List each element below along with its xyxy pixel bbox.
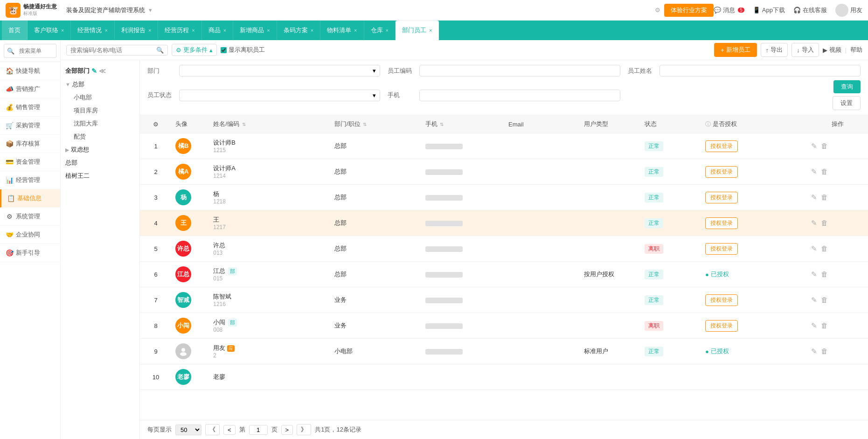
- search-icon[interactable]: 🔍: [156, 47, 164, 54]
- search-input[interactable]: [70, 47, 154, 54]
- auth-btn-8[interactable]: 授权登录: [705, 320, 738, 332]
- edit-icon-7[interactable]: ✎: [811, 296, 817, 304]
- per-page-select[interactable]: 50 20 100: [175, 425, 201, 435]
- dept-subitem-shenyang[interactable]: 沈阳大库: [61, 117, 139, 130]
- app-download-btn[interactable]: 📱 App下载: [753, 6, 785, 14]
- search-btn[interactable]: 查询: [833, 80, 861, 93]
- dept-group-shuanglusiang[interactable]: ▶ 双虑想: [61, 143, 139, 156]
- sidebar-item-guide[interactable]: 🎯 新手引导: [0, 244, 60, 262]
- tab-new-goods-close[interactable]: ×: [267, 28, 270, 33]
- col-name[interactable]: 姓名/编码 ⇅: [209, 115, 331, 133]
- show-resigned-input[interactable]: [221, 47, 227, 53]
- sidebar-search-input[interactable]: [16, 46, 54, 56]
- edit-icon-2[interactable]: ✎: [811, 167, 817, 176]
- dept-collapse-icon[interactable]: ≪: [99, 67, 106, 75]
- sidebar-item-finance[interactable]: 💳 资金管理: [0, 153, 60, 171]
- tab-customer[interactable]: 客户联络×: [28, 21, 71, 40]
- edit-icon-1[interactable]: ✎: [811, 142, 817, 150]
- first-page-btn[interactable]: 《: [205, 424, 220, 435]
- tab-dept-staff-close[interactable]: ×: [429, 28, 432, 33]
- delete-icon-5[interactable]: 🗑: [821, 244, 828, 253]
- edit-icon-3[interactable]: ✎: [811, 193, 817, 202]
- tab-history[interactable]: 经营历程×: [158, 21, 201, 40]
- tab-management[interactable]: 经营情况×: [71, 21, 114, 40]
- dept-subitem-electronics[interactable]: 小电部: [61, 91, 139, 104]
- sidebar-item-purchase[interactable]: 🛒 采购管理: [0, 117, 60, 135]
- delete-icon-8[interactable]: 🗑: [821, 321, 828, 330]
- export-btn[interactable]: ↑ 导出: [761, 43, 788, 57]
- dept-group-hq2[interactable]: 总部: [61, 156, 139, 169]
- add-employee-btn[interactable]: + 新增员工: [714, 43, 757, 57]
- sidebar-item-base[interactable]: 📋 基础信息: [0, 189, 60, 208]
- delete-icon-4[interactable]: 🗑: [821, 219, 828, 227]
- show-resigned-checkbox[interactable]: 显示离职员工: [221, 46, 265, 54]
- delete-icon-1[interactable]: 🗑: [821, 142, 828, 150]
- tab-profit-close[interactable]: ×: [148, 28, 151, 33]
- sidebar-item-shortcut[interactable]: 🏠 快捷导航: [0, 62, 60, 80]
- delete-icon-7[interactable]: 🗑: [821, 296, 828, 304]
- col-dept[interactable]: 部门/职位 ⇅: [331, 115, 422, 133]
- auth-btn-3[interactable]: 授权登录: [705, 192, 738, 203]
- tab-bom-close[interactable]: ×: [354, 28, 357, 33]
- dept-group-headquarters[interactable]: ▼ 总部: [61, 78, 139, 91]
- settings-icon[interactable]: ⚙: [655, 7, 660, 14]
- tab-home[interactable]: 首页: [2, 21, 28, 40]
- tab-goods-close[interactable]: ×: [223, 28, 226, 33]
- delete-icon-9[interactable]: 🗑: [821, 347, 828, 355]
- sidebar-item-collab[interactable]: 🤝 企业协同: [0, 226, 60, 244]
- tab-history-close[interactable]: ×: [192, 28, 194, 33]
- col-phone[interactable]: 手机 ⇅: [422, 115, 505, 133]
- sidebar-item-inventory[interactable]: 📦 库存核算: [0, 135, 60, 153]
- auth-btn-2[interactable]: 授权登录: [705, 166, 738, 178]
- help-btn[interactable]: 帮助: [850, 46, 862, 54]
- prev-page-btn[interactable]: <: [223, 425, 236, 435]
- emp-code-input[interactable]: [419, 65, 620, 77]
- sidebar-item-sales[interactable]: 💰 销售管理: [0, 98, 60, 117]
- delete-icon-2[interactable]: 🗑: [821, 167, 828, 176]
- sidebar-item-system[interactable]: ⚙ 系统管理: [0, 208, 60, 226]
- last-page-btn[interactable]: 》: [297, 424, 311, 435]
- auth-btn-5[interactable]: 授权登录: [705, 243, 738, 255]
- emp-name-input[interactable]: [660, 65, 861, 77]
- import-btn[interactable]: ↓ 导入: [792, 43, 819, 57]
- edit-icon-9[interactable]: ✎: [811, 347, 817, 355]
- dept-group-zhishu[interactable]: 植树王二: [61, 169, 139, 182]
- tab-dept-staff[interactable]: 部门员工×: [396, 21, 439, 40]
- dept-select[interactable]: ▾: [179, 65, 380, 77]
- tab-warehouse-close[interactable]: ×: [386, 28, 389, 33]
- tab-customer-close[interactable]: ×: [61, 28, 64, 33]
- tab-barcode-close[interactable]: ×: [311, 28, 313, 33]
- messages-btn[interactable]: 💬 消息 5: [714, 6, 744, 14]
- tab-barcode[interactable]: 条码方案×: [277, 21, 320, 40]
- reset-btn[interactable]: 设置: [833, 96, 861, 110]
- dept-edit-icon[interactable]: ✎: [91, 67, 97, 75]
- next-page-btn[interactable]: >: [281, 425, 293, 435]
- more-filter-btn[interactable]: ⚙ 更多条件 ▴: [172, 44, 217, 56]
- user-menu[interactable]: 用友: [835, 4, 862, 17]
- auth-btn-7[interactable]: 授权登录: [705, 294, 738, 306]
- trial-button[interactable]: 体验行业方案: [664, 4, 714, 17]
- delete-icon-6[interactable]: 🗑: [821, 270, 828, 279]
- edit-icon-8[interactable]: ✎: [811, 321, 817, 330]
- tab-warehouse[interactable]: 仓库×: [364, 21, 396, 40]
- sidebar-item-ops[interactable]: 📊 经营管理: [0, 171, 60, 189]
- dept-subitem-project[interactable]: 项目库房: [61, 104, 139, 117]
- video-btn[interactable]: ▶ 视频: [823, 46, 841, 54]
- delete-icon-3[interactable]: 🗑: [821, 193, 828, 202]
- page-number-input[interactable]: [249, 425, 268, 435]
- tab-goods[interactable]: 商品×: [202, 21, 233, 40]
- col-settings[interactable]: ⚙: [140, 115, 172, 133]
- edit-icon-4[interactable]: ✎: [811, 219, 817, 227]
- auth-btn-4[interactable]: 授权登录: [705, 217, 738, 229]
- tab-new-goods[interactable]: 新增商品×: [233, 21, 277, 40]
- sidebar-item-marketing[interactable]: 📣 营销推广: [0, 80, 60, 98]
- edit-icon-5[interactable]: ✎: [811, 244, 817, 253]
- tab-bom[interactable]: 物料清单×: [320, 21, 364, 40]
- tab-management-close[interactable]: ×: [104, 28, 107, 33]
- dept-subitem-distribution[interactable]: 配货: [61, 130, 139, 143]
- emp-status-select[interactable]: ▾: [179, 90, 380, 101]
- online-service-btn[interactable]: 🎧 在线客服: [793, 6, 827, 14]
- topbar-arrow-icon[interactable]: ▾: [149, 7, 152, 14]
- edit-icon-6[interactable]: ✎: [811, 270, 817, 279]
- auth-btn-1[interactable]: 授权登录: [705, 140, 738, 152]
